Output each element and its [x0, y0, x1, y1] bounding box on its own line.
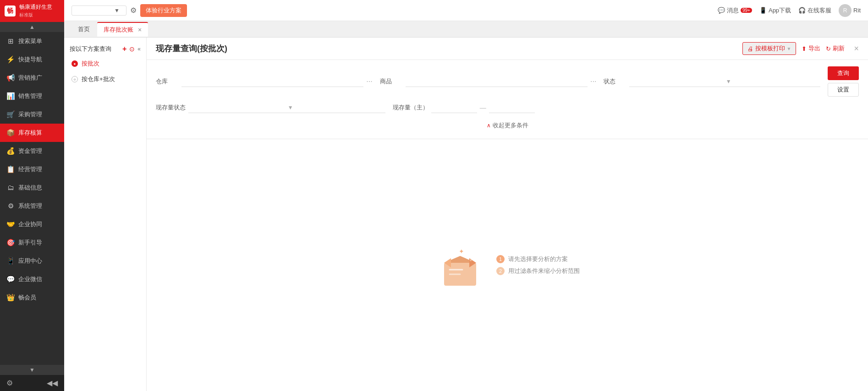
tab-home-label: 首页 — [78, 25, 90, 33]
app-title: 畅康通好生意 — [19, 4, 52, 11]
warehouse-dots[interactable]: ··· — [366, 77, 372, 86]
topbar-search-dropdown[interactable]: ▼ — [114, 7, 120, 14]
scheme-item-batch[interactable]: ● 按批次 — [64, 56, 146, 71]
hint-text-1: 请先选择要分析的方案 — [508, 255, 568, 263]
sidebar-item-label-system: 系统管理 — [18, 202, 42, 210]
query-btn[interactable]: 查询 — [828, 66, 859, 80]
stock-status-dropdown[interactable]: ▼ — [188, 103, 385, 113]
print-icon: 🖨 — [747, 45, 753, 52]
sidebar-item-label-operations: 经营管理 — [18, 165, 42, 174]
sidebar-item-operations[interactable]: 📋 经营管理 — [0, 160, 64, 179]
export-btn[interactable]: ⬆ 导出 — [802, 44, 820, 53]
warehouse-input[interactable] — [181, 76, 363, 87]
sidebar-item-label-member: 畅会员 — [18, 293, 36, 302]
sidebar-item-label-finance: 资金管理 — [18, 147, 42, 155]
sidebar-item-label-quicknav: 快捷导航 — [18, 55, 42, 64]
print-dropdown-icon[interactable]: ▼ — [787, 46, 791, 51]
svg-text:✦: ✦ — [459, 248, 464, 255]
sidebar-item-purchase[interactable]: 🛒 采购管理 — [0, 105, 64, 124]
user-menu[interactable]: R Rit — [839, 4, 861, 17]
hint-num-1: 1 — [496, 255, 505, 263]
tab-close-btn[interactable]: × — [138, 26, 142, 33]
left-panel: 按以下方案查询 + ⊙ « ● 按批次 ○ 按仓库+批次 — [64, 38, 147, 391]
settings-icon[interactable]: ⚙ — [6, 379, 13, 387]
sidebar-item-enterprise[interactable]: 🤝 企业协同 — [0, 215, 64, 234]
sidebar-item-label-enterprise: 企业协同 — [18, 220, 42, 228]
system-icon: ⚙ — [6, 202, 15, 210]
tabbar: 首页 库存批次账 × — [64, 21, 868, 38]
stock-qty-divider: — — [480, 104, 486, 111]
sidebar-item-basic[interactable]: 🗂 基础信息 — [0, 179, 64, 197]
sidebar-item-member[interactable]: 👑 畅会员 — [0, 288, 64, 307]
hint-item-2: 2 用过滤条件来缩小分析范围 — [496, 267, 580, 275]
sidebar-collapse-btn[interactable]: ◀◀ — [47, 379, 58, 387]
app-download-icon: 📱 — [759, 7, 767, 14]
tab-home[interactable]: 首页 — [71, 22, 96, 36]
filter-product: 商品 ··· — [380, 76, 597, 87]
experience-btn[interactable]: 体验行业方案 — [140, 4, 187, 17]
filter-row-2: 现存量状态 ▼ 现存量（主） — — [156, 102, 859, 113]
sidebar-item-inventory[interactable]: 📦 库存核算 — [0, 124, 64, 142]
user-name: Rit — [853, 7, 861, 14]
messages-btn[interactable]: 💬 消息 99+ — [718, 6, 752, 15]
topbar-gear-icon[interactable]: ⚙ — [130, 6, 137, 15]
svg-text:✦: ✦ — [469, 258, 472, 263]
sidebar-item-marketing[interactable]: 📢 营销推广 — [0, 69, 64, 87]
topbar-search-box[interactable]: ▼ — [71, 5, 126, 16]
scheme-item-warehouse-batch[interactable]: ○ 按仓库+批次 — [64, 71, 146, 87]
sidebar-item-sales[interactable]: 📊 销售管理 — [0, 87, 64, 105]
refresh-btn-label: 刷新 — [833, 44, 845, 53]
tab-batch[interactable]: 库存批次账 × — [97, 22, 148, 37]
product-input[interactable] — [406, 76, 588, 87]
collapse-label: 收起更多条件 — [493, 121, 528, 130]
status-label: 状态 — [604, 77, 626, 86]
service-icon: 🎧 — [798, 7, 806, 14]
sidebar-scroll-up[interactable]: ▲ — [0, 22, 64, 32]
empty-state: ✦ ✦ 1 请先选择要分析的方案 2 用过滤条件来缩小分析范围 — [435, 240, 580, 290]
finance-icon: 💰 — [6, 147, 15, 155]
add-scheme-btn[interactable]: + — [122, 45, 126, 53]
sidebar-item-appcenter[interactable]: 📱 应用中心 — [0, 252, 64, 270]
sidebar-item-finance[interactable]: 💰 资金管理 — [0, 142, 64, 160]
filter-action-col: 查询 设置 — [828, 66, 859, 97]
right-panel: 现存量查询(按批次) 🖨 按模板打印 ▼ ⬆ 导出 ↻ 刷新 — [147, 38, 868, 391]
empty-hints: 1 请先选择要分析的方案 2 用过滤条件来缩小分析范围 — [496, 255, 580, 275]
refresh-btn[interactable]: ↻ 刷新 — [826, 44, 845, 53]
empty-svg: ✦ ✦ — [435, 240, 485, 290]
collapse-more-btn[interactable]: ∧ 收起更多条件 — [156, 119, 859, 132]
sidebar-item-label-search: 搜索菜单 — [18, 37, 42, 45]
panel-collapse-btn[interactable]: « — [137, 46, 141, 52]
stock-qty-from-input[interactable] — [431, 102, 477, 113]
scheme-item-label-warehouse: 按仓库+批次 — [82, 75, 115, 83]
topbar-left: ▼ ⚙ 体验行业方案 — [71, 4, 712, 17]
sidebar-item-system[interactable]: ⚙ 系统管理 — [0, 197, 64, 215]
page-header-actions: 🖨 按模板打印 ▼ ⬆ 导出 ↻ 刷新 × — [742, 42, 859, 55]
avatar: R — [839, 4, 852, 17]
product-dots[interactable]: ··· — [590, 77, 596, 86]
sidebar-item-label-appcenter: 应用中心 — [18, 257, 42, 265]
hint-item-1: 1 请先选择要分析的方案 — [496, 255, 580, 263]
sidebar-scroll-down[interactable]: ▼ — [0, 365, 64, 375]
filter-status: 状态 ▼ — [604, 76, 820, 87]
scheme-settings-btn[interactable]: ⊙ — [129, 45, 135, 53]
sidebar-item-newguide[interactable]: 🎯 新手引导 — [0, 234, 64, 252]
scheme-item-dot-warehouse: ○ — [71, 76, 78, 82]
tab-batch-label: 库存批次账 — [104, 26, 133, 34]
appcenter-icon: 📱 — [6, 257, 15, 265]
sidebar-item-corpwechat[interactable]: 💬 企业微信 — [0, 270, 64, 288]
page-header: 现存量查询(按批次) 🖨 按模板打印 ▼ ⬆ 导出 ↻ 刷新 — [147, 38, 868, 60]
filter-row-1: 仓库 ··· 商品 ··· 状态 ▼ — [156, 66, 859, 97]
settings-btn[interactable]: 设置 — [828, 83, 859, 97]
sidebar-item-quicknav[interactable]: ⚡ 快捷导航 — [0, 50, 64, 69]
collapse-arrow-icon: ∧ — [487, 122, 491, 129]
app-download-btn[interactable]: 📱 App下载 — [759, 6, 791, 15]
stock-qty-to-input[interactable] — [489, 102, 535, 113]
print-btn[interactable]: 🖨 按模板打印 ▼ — [742, 42, 797, 55]
online-service-btn[interactable]: 🎧 在线客服 — [798, 6, 831, 15]
enterprise-icon: 🤝 — [6, 220, 15, 228]
sidebar-item-search[interactable]: ⊞ 搜索菜单 — [0, 32, 64, 50]
topbar-search-input[interactable] — [76, 7, 112, 14]
status-dropdown[interactable]: ▼ — [629, 76, 820, 87]
page-close-btn[interactable]: × — [854, 44, 859, 54]
sidebar: 畅 畅康通好生意 标准版 ▲ ⊞ 搜索菜单 ⚡ 快捷导航 📢 营销推广 📊 销售… — [0, 0, 64, 391]
